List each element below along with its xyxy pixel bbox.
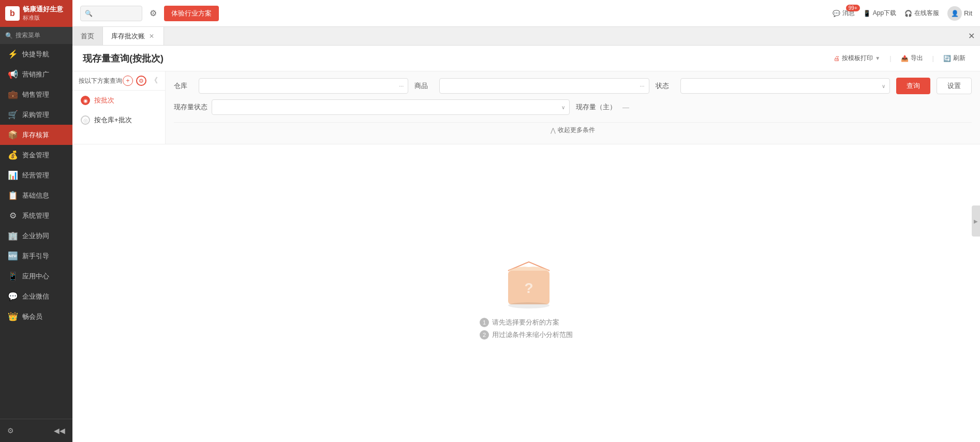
tab-close-btn[interactable]: ✕: [148, 33, 155, 40]
sidebar-bottom: ⚙ ◀◀: [0, 419, 72, 442]
sidebar-item-operations[interactable]: 📊经营管理: [0, 165, 72, 185]
sidebar-item-inventory[interactable]: 📦库存核算: [0, 125, 72, 145]
inventory-batch-tab-label: 库存批次账: [111, 32, 145, 41]
sidebar-item-guide[interactable]: 🆕新手引导: [0, 246, 72, 266]
sidebar-nav: ⚡快捷导航📢营销推广💼销售管理🛒采购管理📦库存核算💰资金管理📊经营管理📋基础信息…: [0, 44, 72, 419]
messages-action[interactable]: 💬 消息 99+: [833, 9, 855, 18]
scheme-panel: 按以下方案查询 + ⚙ 《 ◉ 按批次: [72, 71, 166, 144]
collapse-icon[interactable]: ◀◀: [52, 424, 67, 437]
tab-home[interactable]: 首页: [72, 27, 103, 45]
inventory-status-select[interactable]: ∨: [212, 99, 570, 115]
scheme-item-by-warehouse-batch[interactable]: ◎ 按仓库+批次: [72, 110, 165, 130]
nav-icon-sales: 💼: [8, 90, 18, 99]
page-header: 现存量查询(按批次) 🖨 按模板打印 ▼ | 📤 导出 | 🔄 刷新: [72, 46, 980, 71]
online-support-action[interactable]: 🎧 在线客服: [904, 9, 939, 18]
product-filter-group: 商品 ···: [414, 78, 649, 94]
nav-icon-basic: 📋: [8, 190, 18, 200]
status-filter-group: 状态 ∨: [656, 78, 890, 94]
topbar-search[interactable]: 🔍: [80, 6, 142, 21]
status-arrow: ∨: [882, 83, 885, 89]
app-logo: b: [5, 6, 20, 21]
hint-2-text: 用过滤条件来缩小分析范围: [492, 330, 573, 340]
nav-icon-marketing: 📢: [8, 69, 18, 79]
sidebar-item-shortcut[interactable]: ⚡快捷导航: [0, 44, 72, 64]
nav-label-wechat: 企业微信: [22, 292, 49, 301]
hint-1-number: 1: [480, 318, 489, 327]
query-button[interactable]: 查询: [896, 78, 930, 94]
scheme-collapse-btn[interactable]: 《: [150, 76, 159, 85]
trial-button[interactable]: 体验行业方案: [164, 6, 219, 21]
export-label: 导出: [911, 54, 923, 63]
sidebar-item-purchase[interactable]: 🛒采购管理: [0, 105, 72, 125]
user-avatar-action[interactable]: 👤 Rit: [947, 6, 972, 21]
product-input[interactable]: ···: [439, 78, 649, 94]
sidebar-item-member[interactable]: 👑畅会员: [0, 306, 72, 327]
settings-button[interactable]: 设置: [937, 78, 972, 94]
page-content: 现存量查询(按批次) 🖨 按模板打印 ▼ | 📤 导出 | 🔄 刷新: [72, 46, 980, 442]
home-tab-label: 首页: [81, 32, 94, 41]
scheme-panel-icons: + ⚙ 《: [123, 76, 159, 86]
nav-icon-enterprise: 🏢: [8, 231, 18, 241]
sidebar-item-marketing[interactable]: 📢营销推广: [0, 64, 72, 84]
collapse-more-btn[interactable]: ⋀ 收起更多条件: [174, 122, 972, 138]
sidebar-item-finance[interactable]: 💰资金管理: [0, 145, 72, 165]
export-action[interactable]: 📤 导出: [897, 52, 927, 65]
page-header-actions: 🖨 按模板打印 ▼ | 📤 导出 | 🔄 刷新: [829, 52, 970, 65]
topbar-actions: 💬 消息 99+ 📱 App下载 🎧 在线客服 👤 Rit: [833, 6, 972, 21]
app-info: 畅康通好生意 标准版: [23, 5, 63, 21]
warehouse-more-icon[interactable]: ···: [399, 83, 404, 89]
right-panel-handle[interactable]: ▶: [972, 205, 980, 237]
product-more-icon[interactable]: ···: [640, 83, 644, 89]
add-scheme-btn[interactable]: +: [123, 76, 133, 86]
scheme-item-icon-inactive: ◎: [81, 115, 90, 125]
phone-icon: 📱: [863, 10, 871, 17]
nav-label-guide: 新手引导: [22, 252, 49, 261]
plus-icon: +: [126, 77, 129, 84]
nav-label-enterprise: 企业协同: [22, 231, 49, 241]
scheme-item-label-warehouse-batch: 按仓库+批次: [94, 115, 132, 125]
message-icon: 💬: [833, 10, 840, 17]
hint-2-number: 2: [480, 330, 489, 340]
nav-icon-guide: 🆕: [8, 251, 18, 261]
app-download-action[interactable]: 📱 App下载: [863, 9, 896, 18]
scheme-item-by-batch[interactable]: ◉ 按批次: [72, 91, 165, 110]
inventory-amount-filter-group: 现存量（主） —: [576, 102, 972, 112]
sidebar-search[interactable]: 🔍 搜索菜单: [0, 27, 72, 44]
inventory-status-arrow: ∨: [561, 105, 565, 110]
svg-point-2: [508, 302, 550, 308]
settings-icon[interactable]: ⚙: [5, 424, 16, 437]
print-action[interactable]: 🖨 按模板打印 ▼: [829, 52, 884, 65]
empty-hint-1: 1 请先选择要分析的方案: [480, 318, 573, 327]
scheme-gear-btn[interactable]: ⚙: [136, 76, 146, 86]
sidebar-item-sales[interactable]: 💼销售管理: [0, 84, 72, 105]
printer-icon: 🖨: [834, 55, 840, 62]
nav-label-marketing: 营销推广: [22, 70, 49, 79]
app-download-label: App下载: [873, 9, 896, 18]
export-icon: 📤: [901, 55, 909, 62]
nav-icon-member: 👑: [8, 312, 18, 321]
sidebar-item-system[interactable]: ⚙系统管理: [0, 205, 72, 226]
warehouse-filter-group: 仓库 ···: [174, 78, 408, 94]
refresh-action[interactable]: 🔄 刷新: [939, 52, 970, 65]
sidebar-item-wechat[interactable]: 💬企业微信: [0, 286, 72, 306]
warehouse-input[interactable]: ···: [199, 78, 408, 94]
nav-icon-operations: 📊: [8, 170, 18, 180]
company-name: 畅康通好生意: [23, 5, 63, 14]
sidebar-item-enterprise[interactable]: 🏢企业协同: [0, 226, 72, 246]
sidebar-item-basic[interactable]: 📋基础信息: [0, 185, 72, 205]
headset-icon: 🎧: [904, 10, 912, 17]
panel-handle-icon: ▶: [974, 218, 978, 224]
tab-bar: 首页 库存批次账 ✕ ✕: [72, 27, 980, 46]
inventory-amount-dash: —: [620, 104, 631, 111]
chevron-down-icon[interactable]: ▼: [875, 55, 880, 61]
filter-area: 按以下方案查询 + ⚙ 《 ◉ 按批次: [72, 71, 980, 144]
nav-label-shortcut: 快捷导航: [22, 50, 49, 59]
empty-svg: ?: [495, 247, 562, 310]
tab-inventory-batch[interactable]: 库存批次账 ✕: [103, 27, 164, 45]
nav-icon-finance: 💰: [8, 150, 18, 160]
sidebar-item-apps[interactable]: 📱应用中心: [0, 266, 72, 286]
close-panel-btn[interactable]: ✕: [963, 27, 980, 45]
status-select[interactable]: ∨: [680, 78, 890, 94]
refresh-label: 刷新: [953, 54, 966, 63]
topbar-gear[interactable]: ⚙: [147, 6, 159, 20]
